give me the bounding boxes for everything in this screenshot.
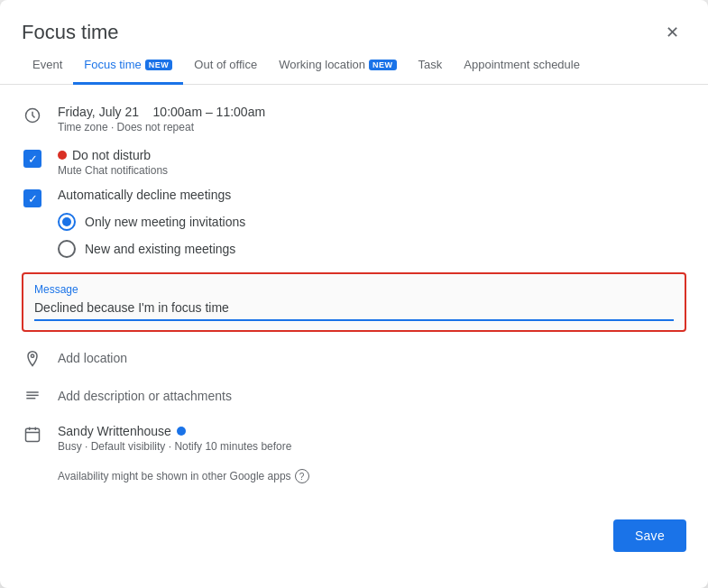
auto-decline-checkbox[interactable]: ✓: [23, 189, 41, 207]
dialog: Focus time ✕ Event Focus time NEW Out of…: [0, 0, 708, 588]
message-label: Message: [34, 283, 674, 296]
dialog-content: Friday, July 21 10:00am – 11:00am Time z…: [0, 85, 708, 509]
radio-new-only-inner: [62, 217, 71, 226]
dnd-checkbox-icon: ✓: [22, 150, 43, 168]
tab-task[interactable]: Task: [408, 47, 454, 85]
dnd-row: ✓ Do not disturb Mute Chat notifications: [22, 142, 686, 182]
calendar-icon: [22, 426, 43, 444]
location-icon: [22, 350, 43, 368]
message-box[interactable]: Message: [22, 272, 686, 332]
help-icon[interactable]: ?: [295, 469, 309, 483]
message-input[interactable]: [34, 300, 674, 315]
radio-new-existing-label: New and existing meetings: [85, 242, 235, 256]
timezone-repeat: Time zone · Does not repeat: [58, 121, 686, 133]
attendee-status: Busy · Default visibility · Notify 10 mi…: [58, 440, 291, 453]
add-description-label[interactable]: Add description or attachments: [58, 389, 232, 403]
radio-new-only-outer: [58, 213, 76, 231]
message-underline: [34, 319, 674, 321]
datetime-row: Friday, July 21 10:00am – 11:00am Time z…: [22, 96, 686, 142]
dialog-title: Focus time: [22, 21, 119, 44]
attendee-row: Sandy Writtenhouse Busy · Default visibi…: [22, 415, 686, 462]
tab-focus-time[interactable]: Focus time NEW: [73, 47, 183, 85]
radio-new-only[interactable]: Only new meeting invitations: [58, 213, 686, 231]
dialog-footer: Save: [0, 509, 708, 566]
attendee-name: Sandy Writtenhouse: [58, 424, 171, 438]
clock-icon: [22, 106, 43, 124]
description-row: Add description or attachments: [22, 377, 686, 415]
dnd-content: Do not disturb Mute Chat notifications: [58, 148, 686, 177]
auto-decline-content: Automatically decline meetings: [58, 188, 686, 202]
tab-working-location[interactable]: Working location NEW: [268, 47, 407, 85]
radio-new-existing-outer: [58, 240, 76, 258]
auto-decline-row: ✓ Automatically decline meetings: [22, 182, 686, 213]
attendee-name-row: Sandy Writtenhouse: [58, 424, 291, 438]
description-icon: [22, 388, 43, 406]
attendee-info: Sandy Writtenhouse Busy · Default visibi…: [58, 424, 291, 453]
dnd-sublabel: Mute Chat notifications: [58, 164, 686, 177]
availability-row: Availability might be shown in other Goo…: [22, 462, 686, 491]
working-location-new-badge: NEW: [369, 60, 397, 70]
tab-appointment-schedule[interactable]: Appointment schedule: [453, 47, 591, 85]
auto-decline-label: Automatically decline meetings: [58, 188, 686, 202]
save-button[interactable]: Save: [613, 519, 686, 552]
availability-text: Availability might be shown in other Goo…: [58, 470, 291, 482]
auto-decline-checkbox-icon: ✓: [22, 189, 43, 207]
tabs-bar: Event Focus time NEW Out of office Worki…: [0, 47, 708, 85]
close-button[interactable]: ✕: [657, 18, 686, 47]
radio-new-only-label: Only new meeting invitations: [85, 215, 245, 229]
radio-new-existing[interactable]: New and existing meetings: [58, 240, 686, 258]
add-location-label[interactable]: Add location: [58, 351, 127, 365]
tab-out-of-office[interactable]: Out of office: [183, 47, 268, 85]
radio-group: Only new meeting invitations New and exi…: [22, 213, 686, 265]
attendee-dot-icon: [177, 427, 186, 436]
tab-event[interactable]: Event: [22, 47, 73, 85]
close-icon: ✕: [666, 23, 679, 42]
dnd-checkbox[interactable]: ✓: [23, 150, 41, 168]
dialog-header: Focus time ✕: [0, 0, 708, 47]
dnd-dot-icon: [58, 151, 67, 160]
focus-time-new-badge: NEW: [145, 60, 173, 70]
datetime-content: Friday, July 21 10:00am – 11:00am Time z…: [58, 105, 686, 133]
datetime-display: Friday, July 21 10:00am – 11:00am: [58, 105, 686, 119]
svg-rect-5: [26, 428, 40, 441]
dnd-label: Do not disturb: [58, 148, 686, 162]
location-row: Add location: [22, 339, 686, 377]
svg-point-1: [31, 354, 33, 357]
